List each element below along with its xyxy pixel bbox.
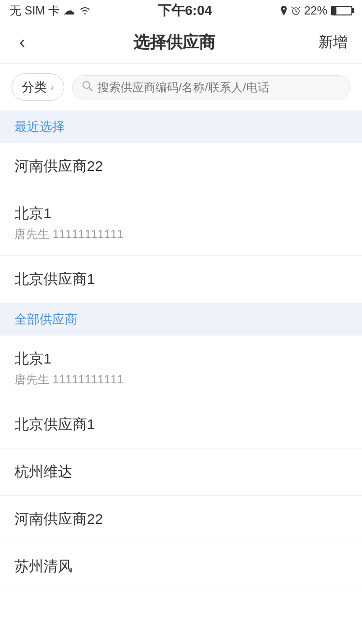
- list-item[interactable]: 河南供应商22: [0, 496, 362, 543]
- item-name: 北京1: [14, 349, 348, 369]
- item-name: 河南供应商22: [14, 509, 348, 529]
- list-item[interactable]: 北京1唐先生 11111111111: [0, 336, 362, 401]
- new-add-button[interactable]: 新增: [319, 32, 348, 52]
- list-item[interactable]: 北京1唐先生 11111111111: [0, 190, 362, 256]
- search-icon: [82, 81, 93, 94]
- item-name: 北京1: [14, 204, 348, 224]
- list-item[interactable]: 苏州清风: [0, 543, 362, 590]
- list-item[interactable]: 北京供应商1: [0, 401, 362, 448]
- back-button[interactable]: ‹: [14, 28, 30, 57]
- all-list: 北京1唐先生 11111111111北京供应商1杭州维达河南供应商22苏州清风: [0, 336, 362, 590]
- battery-percent: 22%: [304, 4, 327, 17]
- list-item[interactable]: 杭州维达: [0, 448, 362, 496]
- battery-icon: [331, 6, 352, 15]
- page-title: 选择供应商: [133, 31, 215, 54]
- status-right: 22%: [280, 4, 352, 17]
- status-left: 无 SIM 卡 ☁: [10, 3, 90, 18]
- recent-section-label: 最近选择: [14, 119, 65, 134]
- item-name: 苏州清风: [14, 557, 348, 576]
- svg-line-2: [89, 87, 92, 91]
- item-name: 杭州维达: [14, 462, 348, 482]
- status-bar: 无 SIM 卡 ☁ 下午6:04 22%: [0, 0, 362, 21]
- recent-list: 河南供应商22北京1唐先生 11111111111北京供应商1: [0, 143, 362, 303]
- recent-section-header: 最近选择: [0, 111, 362, 143]
- item-name: 河南供应商22: [14, 156, 348, 176]
- item-name: 北京供应商1: [14, 415, 348, 434]
- alarm-icon: [292, 6, 300, 15]
- status-time: 下午6:04: [158, 1, 212, 20]
- all-section-header: 全部供应商: [0, 303, 362, 336]
- all-section-label: 全部供应商: [14, 312, 77, 326]
- location-icon: [280, 6, 288, 15]
- filter-bar: 分类 ›: [0, 64, 362, 111]
- wifi-icon: [80, 7, 90, 14]
- item-sub: 唐先生 11111111111: [14, 226, 348, 242]
- category-label: 分类: [22, 79, 47, 96]
- category-filter-button[interactable]: 分类 ›: [12, 73, 64, 101]
- nav-bar: ‹ 选择供应商 新增: [0, 21, 362, 64]
- item-name: 北京供应商1: [14, 269, 348, 289]
- search-input[interactable]: [97, 81, 340, 94]
- item-sub: 唐先生 11111111111: [14, 372, 348, 387]
- list-item[interactable]: 河南供应商22: [0, 143, 362, 190]
- chevron-right-icon: ›: [51, 82, 54, 93]
- search-box[interactable]: [72, 75, 350, 99]
- list-item[interactable]: 北京供应商1: [0, 256, 362, 303]
- no-sim-label: 无 SIM 卡 ☁: [10, 3, 75, 18]
